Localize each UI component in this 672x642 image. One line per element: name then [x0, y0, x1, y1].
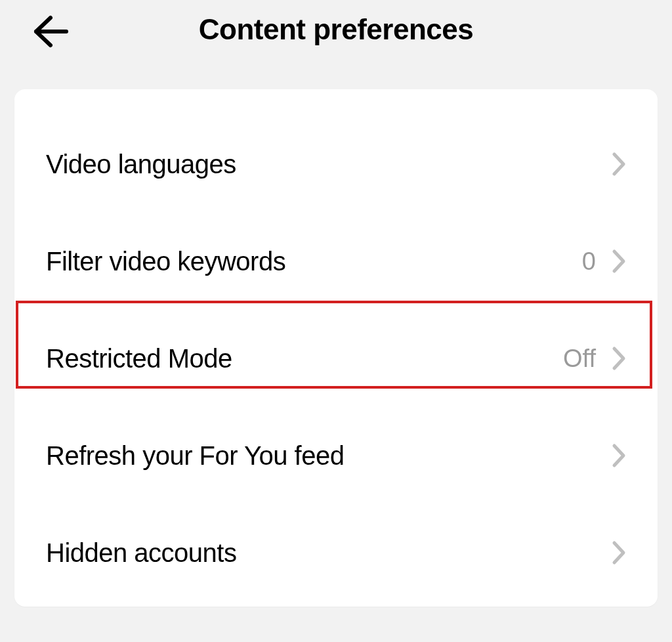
- back-button[interactable]: [30, 12, 70, 51]
- row-label: Filter video keywords: [46, 247, 285, 276]
- row-label: Refresh your For You feed: [46, 441, 344, 471]
- row-value: 0: [582, 247, 596, 276]
- row-label: Restricted Mode: [46, 344, 232, 374]
- header: Content preferences: [0, 0, 672, 72]
- chevron-right-icon: [612, 443, 626, 468]
- chevron-right-icon: [612, 249, 626, 274]
- chevron-right-icon: [612, 346, 626, 371]
- row-filter-video-keywords[interactable]: Filter video keywords 0: [14, 213, 658, 310]
- row-video-languages[interactable]: Video languages: [14, 116, 658, 213]
- row-refresh-for-you[interactable]: Refresh your For You feed: [14, 407, 658, 504]
- row-hidden-accounts[interactable]: Hidden accounts: [14, 504, 658, 601]
- row-restricted-mode[interactable]: Restricted Mode Off: [14, 310, 658, 407]
- settings-card: Video languages Filter video keywords 0: [14, 89, 658, 607]
- chevron-right-icon: [612, 152, 626, 177]
- page-title: Content preferences: [16, 13, 656, 46]
- row-value: Off: [563, 345, 596, 373]
- row-label: Video languages: [46, 150, 236, 179]
- chevron-right-icon: [612, 540, 626, 565]
- row-label: Hidden accounts: [46, 538, 236, 568]
- back-arrow-icon: [31, 12, 69, 51]
